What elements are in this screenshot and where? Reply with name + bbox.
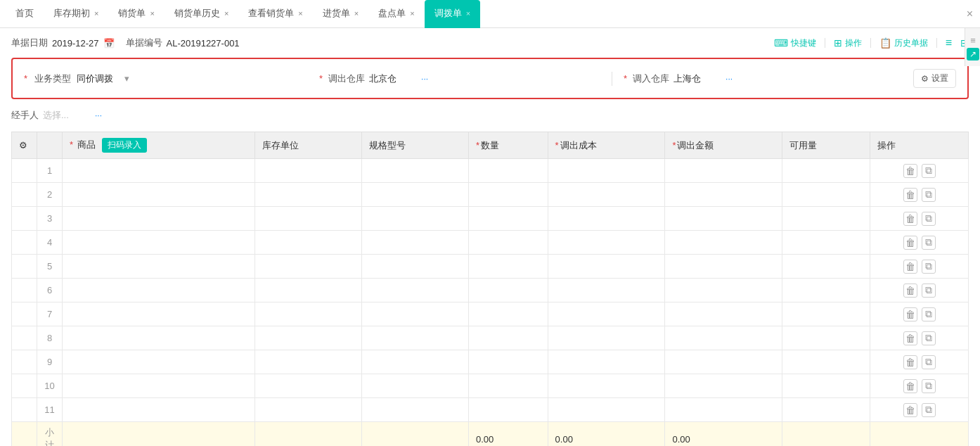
tab-inventory-init-close[interactable]: × xyxy=(94,9,98,18)
row-available[interactable] xyxy=(782,159,870,183)
row-product[interactable] xyxy=(63,279,255,302)
handler-value[interactable]: 选择... xyxy=(43,109,85,122)
row-spec[interactable] xyxy=(361,374,468,398)
row-available[interactable] xyxy=(782,326,870,350)
row-quantity[interactable] xyxy=(468,326,548,350)
row-product[interactable] xyxy=(63,207,255,231)
copy-icon[interactable]: ⧉ xyxy=(922,283,936,298)
tab-sales-order[interactable]: 销货单 × xyxy=(108,0,164,28)
transfer-out-value[interactable]: 北京仓 xyxy=(369,72,411,85)
calendar-icon[interactable]: 📅 xyxy=(103,38,115,49)
row-spec[interactable] xyxy=(361,279,468,302)
row-unit[interactable] xyxy=(254,159,361,183)
copy-icon[interactable]: ⧉ xyxy=(922,379,936,393)
delete-icon[interactable]: 🗑 xyxy=(903,236,917,250)
copy-icon[interactable]: ⧉ xyxy=(922,164,936,178)
copy-icon[interactable]: ⧉ xyxy=(922,307,936,321)
row-product[interactable] xyxy=(63,398,255,422)
settings-button[interactable]: ⚙ 设置 xyxy=(913,69,956,88)
row-quantity[interactable] xyxy=(468,279,548,302)
tab-sales-history[interactable]: 销货单历史 × xyxy=(165,0,238,28)
row-available[interactable] xyxy=(782,279,870,302)
row-cost[interactable] xyxy=(548,207,665,231)
copy-icon[interactable]: ⧉ xyxy=(922,260,936,274)
row-available[interactable] xyxy=(782,183,870,207)
handler-more-icon[interactable]: ··· xyxy=(95,110,102,120)
delete-icon[interactable]: 🗑 xyxy=(903,212,917,226)
delete-icon[interactable]: 🗑 xyxy=(903,355,917,369)
tab-transfer-close[interactable]: × xyxy=(466,9,470,18)
delete-icon[interactable]: 🗑 xyxy=(903,403,917,417)
scan-button[interactable]: 扫码录入 xyxy=(102,138,147,153)
row-cost[interactable] xyxy=(548,159,665,183)
transfer-in-more-icon[interactable]: ··· xyxy=(726,74,733,84)
row-quantity[interactable] xyxy=(468,207,548,231)
window-close-button[interactable]: × xyxy=(967,8,973,20)
row-unit[interactable] xyxy=(254,326,361,350)
shortcut-button[interactable]: ⌨ 快捷键 xyxy=(774,37,816,49)
row-available[interactable] xyxy=(782,231,870,255)
row-amount[interactable] xyxy=(665,326,782,350)
copy-icon[interactable]: ⧉ xyxy=(922,212,936,226)
copy-icon[interactable]: ⧉ xyxy=(922,236,936,250)
transfer-out-more-icon[interactable]: ··· xyxy=(421,74,428,84)
row-spec[interactable] xyxy=(361,159,468,183)
row-quantity[interactable] xyxy=(468,350,548,374)
row-available[interactable] xyxy=(782,255,870,279)
row-unit[interactable] xyxy=(254,350,361,374)
row-available[interactable] xyxy=(782,302,870,326)
history-button[interactable]: 📋 历史单据 xyxy=(879,37,928,49)
tab-view-sales[interactable]: 查看销货单 × xyxy=(238,0,312,28)
row-amount[interactable] xyxy=(665,207,782,231)
row-quantity[interactable] xyxy=(468,255,548,279)
tab-inventory-init[interactable]: 库存期初 × xyxy=(44,0,108,28)
row-quantity[interactable] xyxy=(468,302,548,326)
row-amount[interactable] xyxy=(665,255,782,279)
row-quantity[interactable] xyxy=(468,231,548,255)
transfer-in-value[interactable]: 上海仓 xyxy=(673,72,716,85)
row-unit[interactable] xyxy=(254,398,361,422)
row-cost[interactable] xyxy=(548,183,665,207)
row-amount[interactable] xyxy=(665,183,782,207)
row-available[interactable] xyxy=(782,350,870,374)
row-cost[interactable] xyxy=(548,398,665,422)
row-product[interactable] xyxy=(63,183,255,207)
row-spec[interactable] xyxy=(361,183,468,207)
row-spec[interactable] xyxy=(361,255,468,279)
row-unit[interactable] xyxy=(254,255,361,279)
delete-icon[interactable]: 🗑 xyxy=(903,307,917,321)
delete-icon[interactable]: 🗑 xyxy=(903,164,917,178)
row-amount[interactable] xyxy=(665,279,782,302)
copy-icon[interactable]: ⧉ xyxy=(922,403,936,417)
delete-icon[interactable]: 🗑 xyxy=(903,331,917,345)
copy-icon[interactable]: ⧉ xyxy=(922,355,936,369)
row-spec[interactable] xyxy=(361,231,468,255)
copy-icon[interactable]: ⧉ xyxy=(922,331,936,345)
tab-sales-order-close[interactable]: × xyxy=(150,9,154,18)
row-amount[interactable] xyxy=(665,159,782,183)
row-amount[interactable] xyxy=(665,231,782,255)
row-quantity[interactable] xyxy=(468,183,548,207)
row-quantity[interactable] xyxy=(468,398,548,422)
row-unit[interactable] xyxy=(254,207,361,231)
row-spec[interactable] xyxy=(361,398,468,422)
row-quantity[interactable] xyxy=(468,159,548,183)
row-amount[interactable] xyxy=(665,302,782,326)
row-cost[interactable] xyxy=(548,374,665,398)
table-settings-icon[interactable]: ⚙ xyxy=(19,140,27,151)
row-spec[interactable] xyxy=(361,302,468,326)
tab-view-sales-close[interactable]: × xyxy=(298,9,302,18)
row-cost[interactable] xyxy=(548,231,665,255)
row-product[interactable] xyxy=(63,231,255,255)
tab-home[interactable]: 首页 xyxy=(6,0,44,28)
col-settings[interactable]: ⚙ xyxy=(12,132,37,159)
delete-icon[interactable]: 🗑 xyxy=(903,379,917,393)
row-available[interactable] xyxy=(782,398,870,422)
row-quantity[interactable] xyxy=(468,374,548,398)
row-cost[interactable] xyxy=(548,350,665,374)
layout-list-button[interactable]: ≡ xyxy=(946,37,952,49)
row-product[interactable] xyxy=(63,255,255,279)
row-unit[interactable] xyxy=(254,279,361,302)
sidebar-list-icon[interactable]: ≡ xyxy=(967,34,979,46)
tab-stocktake-close[interactable]: × xyxy=(410,9,414,18)
